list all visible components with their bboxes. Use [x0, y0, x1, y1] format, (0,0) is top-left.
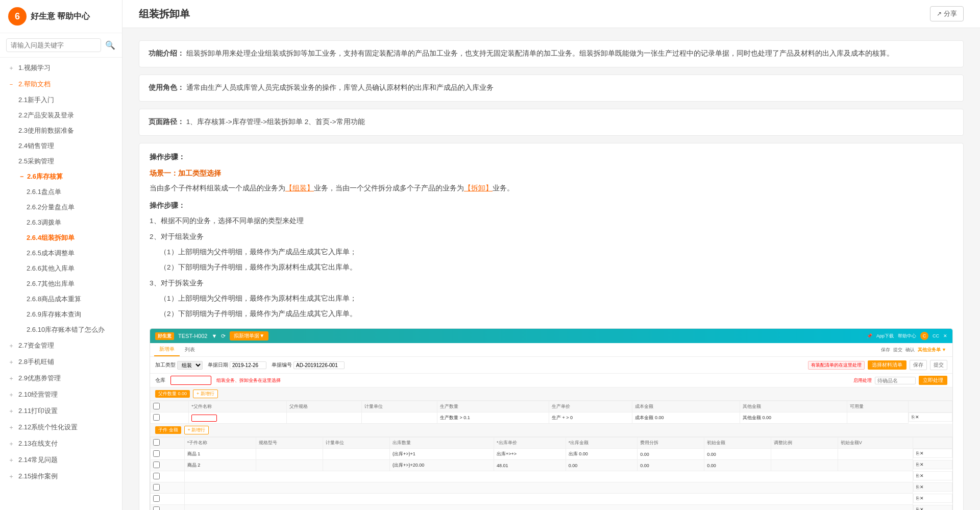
search-button[interactable]: 🔍 — [104, 39, 116, 51]
screenshot-table1-container: *父件名称 父件规格 计量单位 生产数量 生产单价 成本金额 其他金额 可用量 — [150, 401, 952, 424]
screenshot-new-order-btn[interactable]: 拟新增单据▼ — [230, 331, 268, 341]
sidebar-item-2-14[interactable]: ＋ 2.14常见问题 — [0, 452, 122, 468]
sidebar-item-2-9-label: 2.9优惠券管理 — [18, 374, 61, 383]
screenshot-save-btn[interactable]: 保存 — [910, 360, 927, 370]
sidebar-item-2-6-6-label: 2.6.6其他入库单 — [27, 264, 75, 273]
screenshot-row-copy-icon[interactable]: ⎘ — [912, 415, 914, 420]
sidebar-item-2[interactable]: － 2.帮助文档 — [0, 76, 122, 92]
path-text: 1、库存核算->库存管理->组装拆卸单 2、首页->常用功能 — [186, 118, 365, 126]
screenshot-annotation3: 启用处理 — [853, 377, 872, 384]
sidebar-item-2-6-10[interactable]: 2.6.10库存账本错了怎么办 — [0, 322, 122, 337]
share-label: 分享 — [944, 9, 957, 18]
screenshot-qiyong-btn[interactable]: 立即处理 — [919, 376, 947, 385]
screenshot-tab-actions: 保存 提交 确认 其他业务单 ▼ — [881, 347, 948, 353]
sidebar-item-2-10-label: 2.10经营管理 — [18, 390, 58, 399]
screenshot-warehouse-input-highlight[interactable] — [170, 376, 211, 385]
screenshot-topright: 📌 App下载 帮助中心 C CC ✕ — [867, 332, 947, 340]
plus-icon-2-12: ＋ — [8, 423, 15, 432]
screenshot-row3-copy-icon[interactable]: ⎘ — [916, 462, 919, 467]
sidebar-item-2-6-9[interactable]: 2.6.9库存账本查询 — [0, 307, 122, 322]
screenshot-add-parent-btn[interactable]: + 新增行 — [193, 390, 218, 398]
plus-icon-2-15: ＋ — [8, 472, 15, 481]
screenshot-parent-section: 父件数量 0.00 + 新增行 — [150, 387, 952, 401]
sidebar-item-2-2[interactable]: 2.2产品安装及登录 — [0, 108, 122, 123]
sidebar-item-2-11-label: 2.11打印设置 — [18, 406, 58, 416]
screenshot-row2-del-icon[interactable]: ✕ — [920, 451, 924, 456]
screenshot-row-del-icon[interactable]: ✕ — [915, 415, 919, 420]
table-row: 商品 1 (出库+>)+1 出库+>+> 出库 0.00 0.00 0.00 — [151, 449, 952, 460]
screenshot-parent-label: 父件数量 0.00 — [155, 390, 190, 398]
screenshot-add-child-btn[interactable]: + 新增行 — [184, 426, 209, 434]
sidebar-item-2-6-3[interactable]: 2.6.3调拨单 — [0, 215, 122, 230]
sidebar-item-2-6-4[interactable]: 2.6.4组装拆卸单 — [0, 230, 122, 246]
role-label: 使用角色： — [149, 84, 184, 91]
screenshot-help-label: 帮助中心 — [898, 333, 916, 339]
sidebar-item-2-12[interactable]: ＋ 2.12系统个性化设置 — [0, 419, 122, 435]
screenshot-qiyong: 启用处理 立即处理 — [853, 376, 947, 385]
screenshot-table1-col-check — [151, 401, 189, 412]
path-box: 页面路径： 1、库存核算->库存管理->组装拆卸单 2、首页->常用功能 — [139, 109, 964, 136]
screenshot-code-input[interactable] — [293, 361, 345, 369]
sidebar-item-2-4[interactable]: 2.4销售管理 — [0, 138, 122, 154]
sidebar-item-2-1-label: 2.1新手入门 — [18, 95, 54, 105]
sidebar-item-2-9[interactable]: ＋ 2.9优惠券管理 — [0, 370, 122, 386]
screenshot-more-btn[interactable]: 其他业务单 ▼ — [918, 347, 946, 353]
screenshot-table1-col-5: 生产单价 — [549, 401, 632, 412]
sidebar-item-2-6-7[interactable]: 2.6.7其他出库单 — [0, 276, 122, 292]
screenshot-row2-copy-icon[interactable]: ⎘ — [916, 451, 919, 456]
sidebar-item-2-7[interactable]: ＋ 2.7资金管理 — [0, 337, 122, 354]
screenshot-row3-del-icon[interactable]: ✕ — [920, 462, 924, 467]
chaichuan-link[interactable]: 【拆卸】 — [464, 184, 493, 192]
screenshot-tab-new[interactable]: 新增单 — [154, 343, 180, 356]
sidebar-item-2-label: 2.帮助文档 — [18, 80, 51, 89]
search-input[interactable] — [6, 38, 101, 52]
zuangzhuang-link[interactable]: 【组装】 — [285, 184, 314, 192]
screenshot-parent-name-highlight[interactable] — [191, 415, 217, 422]
screenshot-table1: *父件名称 父件规格 计量单位 生产数量 生产单价 成本金额 其他金额 可用量 — [150, 401, 952, 424]
screenshot-dropdown-icon: ▼ — [211, 333, 217, 339]
screenshot-username: CC — [933, 333, 939, 338]
step2-sub1: （1）上部明细为父件明细，最终作为产成品生成其它入库单； — [150, 246, 953, 258]
sidebar-item-2-8[interactable]: ＋ 2.8手机旺铺 — [0, 354, 122, 370]
screenshot-select-bom-btn[interactable]: 选择材料清单 — [868, 360, 906, 370]
screenshot-child-label: 子件 金额 — [155, 426, 181, 434]
sidebar-item-2-6[interactable]: － 2.6库存核算 — [0, 169, 122, 184]
sidebar-item-2-11[interactable]: ＋ 2.11打印设置 — [0, 403, 122, 419]
sidebar-item-2-6-6[interactable]: 2.6.6其他入库单 — [0, 261, 122, 276]
sidebar-item-2-10[interactable]: ＋ 2.10经营管理 — [0, 386, 122, 403]
screenshot-qiyong-input[interactable] — [875, 377, 916, 384]
screenshot-table1-col-3: 计量单位 — [362, 401, 437, 412]
sidebar-item-2-6-1[interactable]: 2.6.1盘点单 — [0, 184, 122, 200]
page-title: 组装拆卸单 — [139, 7, 190, 21]
sidebar-item-2-6-label: 2.6库存核算 — [27, 172, 63, 181]
screenshot-table1-col-action — [908, 401, 952, 412]
screenshot-table1-col-6: 成本金额 — [632, 401, 740, 412]
screenshot-save-label: 保存 — [881, 347, 890, 353]
sidebar-item-2-1[interactable]: 2.1新手入门 — [0, 92, 122, 108]
sidebar-item-2-6-2[interactable]: 2.6.2分量盘点单 — [0, 200, 122, 215]
scene1-title: 场景一：加工类型选择 — [150, 169, 953, 178]
sidebar-item-2-14-label: 2.14常见问题 — [18, 455, 58, 465]
screenshot-type-select[interactable]: 组装 拆卸 — [177, 361, 203, 370]
sidebar-item-2-5[interactable]: 2.5采购管理 — [0, 154, 122, 169]
sidebar-item-2-6-8[interactable]: 2.6.8商品成本重算 — [0, 292, 122, 307]
sidebar-item-1-label: 1.视频学习 — [18, 63, 51, 72]
sidebar-item-2-15[interactable]: ＋ 2.15操作案例 — [0, 468, 122, 484]
sidebar-item-2-3[interactable]: 2.3使用前数据准备 — [0, 123, 122, 138]
screenshot-form-right: 有装配清单的在这里处理 选择材料清单 保存 提交 — [808, 360, 947, 370]
screenshot-avatar: C — [920, 332, 928, 340]
screenshot-submit-btn2[interactable]: 提交 — [930, 360, 947, 370]
screenshot-table1-col-8: 可用量 — [847, 401, 908, 412]
screenshot-date-input[interactable] — [230, 361, 266, 369]
screenshot-confirm-label: 确认 — [905, 347, 915, 353]
screenshot-table1-col-4: 生产数量 — [437, 401, 549, 412]
screenshot-tab-list[interactable]: 列表 — [180, 344, 200, 356]
plus-icon-2-13: ＋ — [8, 440, 15, 448]
role-box: 使用角色： 通常由生产人员或库管人员完成拆装业务的操作，库管人员确认原材料的出库… — [139, 75, 964, 102]
sidebar-item-2-4-label: 2.4销售管理 — [18, 141, 54, 151]
sidebar-item-2-6-5[interactable]: 2.6.5成本调整单 — [0, 246, 122, 261]
share-button[interactable]: ↗ 分享 — [930, 6, 964, 21]
screenshot-test-code: TEST-H002 — [178, 333, 207, 339]
sidebar-item-2-13[interactable]: ＋ 2.13在线支付 — [0, 435, 122, 452]
sidebar-item-1[interactable]: ＋ 1.视频学习 — [0, 60, 122, 76]
